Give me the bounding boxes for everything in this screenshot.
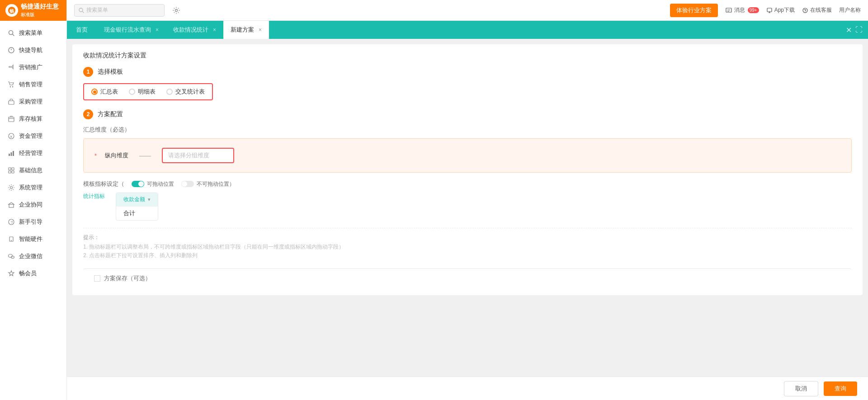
query-button[interactable]: 查询	[824, 381, 857, 396]
cancel-button[interactable]: 取消	[784, 381, 818, 396]
movable-toggle-pill[interactable]	[132, 181, 144, 187]
hint-title: 提示：	[83, 234, 852, 241]
settings-button[interactable]	[172, 6, 181, 15]
svg-point-6	[10, 86, 11, 87]
svg-text:?: ?	[11, 220, 13, 225]
sidebar-item-inventory[interactable]: 库存核算	[0, 110, 66, 127]
header-actions: 体验行业方案 消息 99+ App下载 在线客服 用户名称	[670, 4, 861, 17]
sidebar: 畅 畅捷通好生意 标准版 搜索菜单 快捷导航 营销推广	[0, 0, 67, 400]
sidebar-item-label: 智能硬件	[19, 235, 42, 243]
metrics-table-area: 统计指标 收款金额 ▾ 合计	[83, 193, 852, 221]
sidebar-item-enterprise[interactable]: 企业协同	[0, 196, 66, 213]
sidebar-item-label: 经营管理	[19, 149, 42, 157]
sidebar-item-system[interactable]: 系统管理	[0, 179, 66, 196]
sidebar-item-label: 系统管理	[19, 184, 42, 192]
tab-cash-flow[interactable]: 现金银行流水查询 ×	[97, 21, 166, 39]
step2-section: 2 方案配置 汇总维度（必选） * 纵向维度 —— 请选择分组维度	[83, 109, 852, 259]
tabs-close-all-icon[interactable]: ✕	[846, 26, 852, 34]
sidebar-item-label: 畅会员	[19, 269, 37, 278]
chart-icon	[7, 149, 15, 157]
step1-number: 1	[83, 67, 93, 77]
radio-summary[interactable]: 汇总表	[91, 88, 118, 96]
sidebar-item-operation[interactable]: 经营管理	[0, 145, 66, 162]
support-label: 在线客服	[810, 6, 832, 14]
sidebar-item-member[interactable]: 畅会员	[0, 265, 66, 282]
message-button[interactable]: 消息 99+	[725, 6, 759, 14]
tab-receipt-stats[interactable]: 收款情况统计 ×	[166, 21, 223, 39]
search-bar[interactable]: 搜索菜单	[74, 4, 165, 17]
svg-rect-12	[9, 154, 10, 156]
tab-cash-flow-close[interactable]: ×	[156, 27, 159, 33]
metrics-header: 模板指标设定（ 可拖动位置 不可拖动位置）	[83, 180, 852, 188]
search-icon	[7, 29, 15, 37]
svg-rect-32	[767, 8, 772, 12]
sidebar-item-guide[interactable]: ? 新手引导	[0, 213, 66, 231]
metrics-col-dropdown[interactable]: 收款金额 ▾	[123, 196, 151, 203]
svg-point-19	[10, 187, 13, 189]
svg-marker-5	[11, 48, 12, 50]
sidebar-item-purchase[interactable]: 采购管理	[0, 93, 66, 110]
tab-home[interactable]: 首页	[67, 21, 97, 39]
sidebar-item-hardware[interactable]: 智能硬件	[0, 231, 66, 248]
sidebar-item-label: 采购管理	[19, 98, 42, 106]
radio-cross-input[interactable]	[166, 89, 173, 95]
guide-icon: ?	[7, 218, 15, 226]
step1-title: 选择模板	[98, 68, 123, 76]
radio-detail-input[interactable]	[129, 89, 135, 95]
tab-home-label: 首页	[76, 26, 88, 34]
radio-summary-input[interactable]	[91, 89, 98, 95]
vertical-dim-label: 纵向维度	[105, 151, 128, 160]
metrics-table: 收款金额 ▾ 合计	[116, 193, 158, 221]
content-area: 收款情况统计方案设置 1 选择模板 汇总表	[67, 39, 868, 376]
user-name[interactable]: 用户名称	[839, 6, 861, 14]
svg-rect-17	[9, 171, 11, 173]
metrics-row-label: 合计	[116, 207, 152, 220]
dimension-area: * 纵向维度 —— 请选择分组维度	[83, 138, 852, 173]
download-button[interactable]: App下载	[766, 6, 795, 14]
radio-cross[interactable]: 交叉统计表	[166, 88, 205, 96]
template-options: 汇总表 明细表 交叉统计表	[83, 83, 213, 100]
radio-detail[interactable]: 明细表	[129, 88, 156, 96]
sidebar-item-label: 企业协同	[19, 201, 42, 209]
sidebar-item-label: 搜索菜单	[19, 29, 42, 37]
tab-new-plan[interactable]: 新建方案 ×	[223, 21, 269, 39]
immovable-toggle-pill[interactable]	[181, 181, 194, 187]
sidebar-item-search[interactable]: 搜索菜单	[0, 24, 66, 42]
sidebar-item-label: 新手引导	[19, 218, 42, 226]
save-checkbox[interactable]	[94, 275, 100, 282]
page-title: 收款情况统计方案设置	[83, 52, 852, 60]
bag-icon	[7, 98, 15, 106]
download-label: App下载	[774, 6, 795, 14]
tabs-expand-icon[interactable]: ⛶	[855, 26, 863, 34]
save-section: 方案保存（可选）	[83, 268, 852, 288]
support-button[interactable]: 在线客服	[802, 6, 832, 14]
metrics-col-label: 收款金额	[123, 196, 145, 203]
sidebar-item-quick-nav[interactable]: 快捷导航	[0, 42, 66, 59]
box-icon	[7, 115, 15, 123]
member-icon	[7, 269, 15, 278]
tab-new-plan-close[interactable]: ×	[259, 27, 262, 33]
dollar-icon: ¥	[7, 132, 15, 140]
radio-summary-dot	[93, 90, 96, 94]
app-version: 标准版	[21, 12, 59, 18]
svg-line-29	[82, 11, 84, 13]
sidebar-item-marketing[interactable]: 营销推广	[0, 59, 66, 76]
dropdown-arrow-icon: ▾	[148, 197, 151, 202]
step2-header: 2 方案配置	[83, 109, 852, 119]
svg-rect-18	[12, 171, 14, 173]
metrics-row-total: 合计	[116, 206, 158, 220]
sidebar-item-sales[interactable]: 销售管理	[0, 76, 66, 93]
sidebar-item-finance[interactable]: ¥ 资金管理	[0, 127, 66, 145]
search-icon	[78, 7, 85, 14]
support-icon	[802, 7, 808, 14]
tab-receipt-stats-close[interactable]: ×	[213, 27, 216, 33]
sidebar-item-basic-info[interactable]: 基础信息	[0, 162, 66, 179]
dimension-placeholder: 请选择分组维度	[168, 152, 209, 159]
dimension-select[interactable]: 请选择分组维度	[162, 148, 234, 163]
step1-header: 1 选择模板	[83, 67, 852, 77]
svg-rect-13	[11, 152, 12, 156]
trial-button[interactable]: 体验行业方案	[670, 4, 718, 17]
summary-dim-label: 汇总维度（必选）	[83, 126, 852, 134]
enterprise-icon	[7, 201, 15, 209]
sidebar-item-wechat[interactable]: 企业微信	[0, 248, 66, 265]
